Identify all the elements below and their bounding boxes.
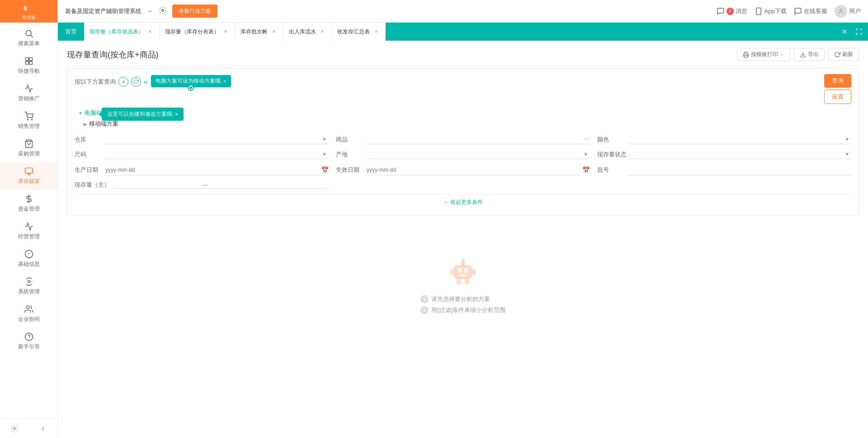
settings-icon[interactable]: [10, 424, 19, 433]
scheme-item-mobile[interactable]: ▶ 移动端方案: [78, 118, 851, 129]
query-btns: 查询 设置: [824, 74, 851, 104]
filter-section: 按以下方案查询 + « 电脑方案可设为移动方案哦 ×: [67, 68, 859, 216]
sidebar-item-system[interactable]: 系统管理: [0, 273, 57, 300]
sidebar-item-finance[interactable]: 资金管理: [0, 190, 57, 217]
title-dropdown-icon[interactable]: [147, 8, 153, 14]
tab-fullscreen-icon[interactable]: [854, 26, 864, 37]
tab-batch-account[interactable]: 库存批次帐 ×: [235, 23, 283, 41]
stock-qty-label: 现存量（主）: [75, 181, 110, 189]
stock-qty-separator: —: [202, 181, 208, 188]
filter-add-btn[interactable]: +: [118, 77, 128, 87]
tab-summary-close[interactable]: ×: [373, 28, 380, 35]
tab-bar: 首页 现存量（库存状况表） × 现存量（库存分布表） × 库存批次帐 × 出入库…: [58, 23, 868, 41]
production-date-icon[interactable]: 📅: [321, 166, 329, 174]
expiry-date-icon[interactable]: 📅: [582, 166, 590, 174]
tab-inventory-dist-label: 现存量（库存分布表）: [165, 28, 219, 36]
query-btn[interactable]: 查询: [824, 74, 851, 88]
batch-label: 批号: [597, 166, 624, 174]
tab-summary-label: 收发存汇总表: [337, 28, 370, 36]
filter-arrow-btn[interactable]: «: [144, 78, 147, 85]
sidebar-item-purchase[interactable]: 采购管理: [0, 135, 57, 162]
sidebar-item-finance-label: 资金管理: [18, 205, 40, 213]
header-left: 装备及固定资产辅助管理系统 体验行业方案: [65, 5, 217, 18]
refresh-btn[interactable]: 刷新: [828, 48, 859, 61]
sidebar-item-inventory[interactable]: 库存核算: [0, 162, 57, 190]
industry-solution-btn[interactable]: 体验行业方案: [172, 5, 217, 18]
sidebar-item-management[interactable]: 经营管理: [0, 217, 57, 245]
production-date-label: 生产日期: [75, 166, 102, 174]
svg-rect-37: [450, 269, 454, 275]
production-date-range: 📅: [105, 165, 329, 175]
scheme-expand-arrow: ▶: [84, 122, 87, 127]
tab-flow[interactable]: 出入库流水 ×: [283, 23, 332, 41]
sidebar-item-basicinfo-label: 基础信息: [18, 260, 40, 268]
scheme-item-desktop[interactable]: ▼ 电脑端方案: [78, 108, 851, 118]
tab-summary[interactable]: 收发存汇总表 ×: [332, 23, 386, 41]
online-support-label: 在线客服: [804, 7, 827, 15]
print-btn[interactable]: 按模板打印: [737, 48, 790, 61]
sidebar-item-guide[interactable]: 新手引导: [0, 328, 57, 355]
messages-btn[interactable]: 6 消息: [717, 7, 747, 15]
scheme-popup-close[interactable]: ×: [223, 78, 226, 85]
sidebar-item-collab-label: 企业协同: [18, 316, 40, 323]
empty-illustration: [445, 252, 481, 288]
svg-point-23: [162, 9, 164, 11]
stock-status-label: 现存量状态: [597, 151, 627, 159]
sidebar-item-sales[interactable]: 销售管理: [0, 107, 57, 135]
tab-inventory-dist-close[interactable]: ×: [222, 28, 229, 35]
goods-more-icon[interactable]: ···: [584, 135, 590, 143]
stock-qty-min-input[interactable]: [113, 181, 199, 188]
settings-filter-btn[interactable]: 设置: [824, 89, 851, 104]
warehouse-select[interactable]: ▼: [105, 135, 329, 144]
collapse-icon: [443, 200, 448, 205]
svg-line-3: [30, 35, 33, 38]
sidebar-item-nav[interactable]: 快捷导航: [0, 52, 57, 80]
sidebar-item-collab[interactable]: 企业协同: [0, 300, 57, 328]
stock-status-select[interactable]: ▼: [630, 150, 851, 159]
svg-rect-38: [472, 269, 476, 275]
tab-close-all-icon[interactable]: [839, 26, 850, 37]
sidebar-item-nav-label: 快捷导航: [18, 67, 40, 75]
tip-num-1: 1: [420, 295, 429, 303]
color-select[interactable]: ▼: [628, 135, 851, 144]
sidebar-item-search[interactable]: 搜索菜单: [0, 24, 57, 52]
tab-flow-close[interactable]: ×: [319, 28, 326, 35]
origin-select[interactable]: ▼: [367, 150, 590, 159]
sidebar-item-sales-label: 销售管理: [18, 122, 40, 130]
edit-popup-close[interactable]: ×: [175, 111, 178, 118]
app-download-btn[interactable]: App下载: [755, 7, 787, 15]
svg-rect-7: [29, 61, 32, 65]
scheme-popup-text: 电脑方案可设为移动方案哦: [156, 77, 221, 85]
tip-num-2: 2: [420, 306, 429, 314]
system-settings-btn[interactable]: [159, 6, 167, 16]
tab-home[interactable]: 首页: [58, 23, 84, 41]
sidebar-item-marketing[interactable]: 营销推广: [0, 80, 57, 107]
scheme-mobile-label: 移动端方案: [89, 120, 118, 128]
production-date-input[interactable]: [105, 165, 319, 175]
stock-qty-max-input[interactable]: [211, 181, 297, 188]
expiry-date-input[interactable]: [367, 165, 580, 175]
sidebar-item-basicinfo[interactable]: 基础信息: [0, 245, 57, 273]
sidebar-item-management-label: 经营管理: [18, 233, 40, 240]
collapse-bar[interactable]: 收起更多条件: [75, 194, 851, 210]
tab-inventory-dist[interactable]: 现存量（库存分布表） ×: [160, 23, 235, 41]
tab-inventory-status-close[interactable]: ×: [146, 28, 154, 35]
size-select[interactable]: ▼: [105, 150, 329, 159]
color-dropdown-icon: ▼: [844, 137, 849, 142]
filter-refresh-btn[interactable]: [131, 77, 141, 87]
svg-point-26: [840, 9, 842, 11]
sidebar-footer: [0, 419, 57, 438]
batch-input[interactable]: [628, 165, 851, 175]
collapse-sidebar-btn[interactable]: [39, 424, 47, 433]
user-info-btn[interactable]: 用户: [835, 5, 861, 18]
online-support-btn[interactable]: 在线客服: [794, 7, 827, 15]
expiry-date-label: 失效日期: [336, 166, 363, 174]
empty-tip-2-text: 用[过滤]条件来缩小分析范围: [431, 306, 505, 314]
tab-inventory-status-label: 现存量（库存状况表）: [90, 28, 144, 36]
export-btn[interactable]: 导出: [794, 48, 825, 61]
tab-inventory-status[interactable]: 现存量（库存状况表） ×: [84, 23, 160, 41]
svg-rect-34: [458, 274, 467, 276]
page-inner: 现存量查询(按仓库+商品) 按模板打印 导出 刷新: [58, 41, 868, 438]
tab-batch-account-close[interactable]: ×: [270, 28, 278, 35]
filter-field-stock-status: 现存量状态 ▼: [597, 150, 851, 159]
